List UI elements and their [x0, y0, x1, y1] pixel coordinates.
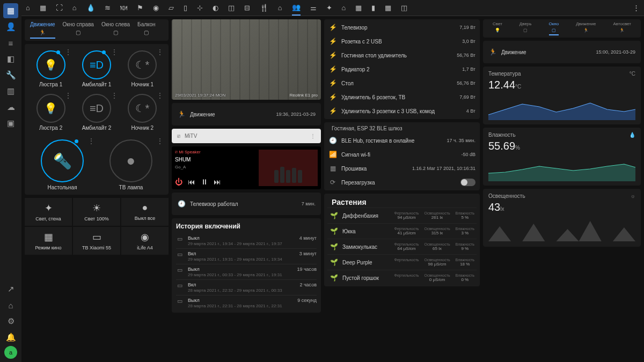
plant-row[interactable]: 🌱Пустой горшокФертильностьОсвещенность0 … — [327, 270, 477, 285]
light-ring[interactable]: 💡 — [36, 50, 65, 79]
light-ring[interactable]: ☾* — [128, 50, 157, 79]
tab-star-icon[interactable]: ✦ — [326, 4, 332, 12]
rail-dashboard-icon[interactable]: ▦ — [3, 3, 18, 18]
tab-cutlery-icon[interactable]: 🍴 — [260, 4, 268, 12]
rail-home-icon[interactable]: ⌂ — [3, 298, 18, 313]
history-row[interactable]: ▭Выкл28 марта 2021 г., 22:31 - 28 марта … — [176, 295, 317, 311]
light-ring[interactable]: 💡 — [36, 94, 65, 123]
scene-button[interactable]: ☀Свет 100% — [73, 198, 120, 226]
scene-button[interactable]: ◉iLife A4 — [121, 227, 169, 255]
light-button[interactable]: ⋮☾*Ночник 1 — [121, 48, 164, 90]
tab-panel-icon[interactable]: ◫ — [401, 4, 407, 12]
tab-radiator-icon[interactable]: ≋ — [105, 4, 111, 12]
light-button[interactable]: ⋮💡Люстра 1 — [29, 48, 72, 90]
power-row[interactable]: ⚡Удлинитель 6 розеток, ТВ7,69 Вт — [327, 90, 477, 104]
sensor-motion-row[interactable]: 🏃Движение15:00, 2021-03-29 — [483, 41, 641, 63]
power-row[interactable]: ⚡Розетка с 2 USB3,0 Вт — [327, 34, 477, 48]
light-button-large[interactable]: ⋮●ТВ лампа — [98, 137, 164, 193]
light-ring[interactable]: ☾* — [128, 94, 157, 123]
light-button-large[interactable]: ⋮🔦Настольная — [29, 137, 96, 193]
more-icon[interactable]: ⋮ — [65, 92, 71, 99]
tab-book-icon[interactable]: ▮ — [371, 4, 375, 12]
light-ring[interactable]: 🔦 — [41, 139, 84, 182]
rail-cloud-icon[interactable]: ☁ — [3, 100, 18, 115]
lux-card[interactable]: Освещенность☼ 43lx — [483, 189, 641, 247]
more-icon[interactable]: ⋮ — [310, 133, 316, 139]
history-row[interactable]: ▭Выкл29 марта 2021 г., 19:34 - 29 марта … — [176, 233, 317, 248]
history-row[interactable]: ▭Выкл29 марта 2021 г., 00:33 - 29 марта … — [176, 264, 317, 279]
camera-feed[interactable]: 29/03/2021 19:37:24 MON Reolink E1 pro — [172, 19, 321, 100]
light-button[interactable]: ⋮≡DАмбилайт 2 — [75, 92, 118, 133]
rail-box-icon[interactable]: ◧ — [3, 51, 18, 67]
light-tab[interactable]: Балкон▢ — [137, 21, 156, 39]
light-ring[interactable]: ● — [109, 139, 152, 182]
tab-sock-icon[interactable]: ◐ — [213, 4, 218, 12]
power-row[interactable]: ⚡Гостиная стол удлинитель56,76 Вт — [327, 48, 477, 62]
gateway-row[interactable]: 📶Сигнал wi-fi-50 dB — [327, 147, 477, 161]
tv-worked-row[interactable]: 🕘Телевизор работал7 мин. — [172, 193, 321, 215]
tab-calendar-icon[interactable]: ▦ — [40, 4, 46, 12]
tab-cart-icon[interactable]: ⊟ — [244, 4, 250, 12]
rail-users-icon[interactable]: 👤 — [3, 19, 18, 34]
overflow-menu-icon[interactable]: ⋮ — [633, 4, 640, 12]
scene-button[interactable]: ✦Свет, стена — [25, 198, 72, 226]
light-button[interactable]: ⋮💡Люстра 2 — [29, 92, 72, 133]
more-icon[interactable]: ⋮ — [111, 48, 118, 56]
mitv-card[interactable]: ⎚ MiTV ⋮ — [172, 129, 321, 143]
tab-flag-icon[interactable]: ⚑ — [137, 4, 143, 12]
tab-map-icon[interactable]: ⛶ — [56, 4, 63, 12]
plant-row[interactable]: 🌱Deep PurpleФертильностьОсвещенность98 μ… — [327, 254, 477, 270]
reboot-row[interactable]: ⟳Перезагрузка — [327, 175, 477, 189]
scene-button[interactable]: ▦Режим кино — [25, 227, 72, 255]
tab-house-icon[interactable]: ⌂ — [72, 4, 77, 12]
rail-settings-icon[interactable]: ⚙ — [3, 314, 18, 329]
rail-play-icon[interactable]: ▣ — [3, 116, 18, 131]
light-ring[interactable]: ≡D — [82, 50, 111, 79]
prev-icon[interactable]: ⏮ — [188, 178, 195, 186]
tab-cam-icon[interactable]: ◉ — [153, 4, 159, 12]
sensor-tab[interactable]: Дверь▢ — [519, 21, 532, 35]
temperature-card[interactable]: Температура°C 12.44°C — [483, 67, 641, 124]
sensor-tab[interactable]: Свет💡 — [493, 21, 502, 35]
light-button[interactable]: ⋮≡DАмбилайт 1 — [75, 48, 118, 90]
plant-row[interactable]: 🌱ДиффенбахияФертильность94 μS/cmОсвещенн… — [327, 208, 477, 223]
more-icon[interactable]: ⋮ — [65, 48, 71, 56]
light-button[interactable]: ⋮☾*Ночник 2 — [121, 92, 164, 133]
reboot-toggle[interactable] — [460, 179, 475, 186]
tab-building-icon[interactable]: ⌂ — [278, 4, 282, 12]
power-row[interactable]: ⚡Радиатор 21,7 Вт — [327, 62, 477, 76]
plant-row[interactable]: 🌱ЮккаФертильность41 μS/cmОсвещенность315… — [327, 223, 477, 239]
more-icon[interactable]: ⋮ — [88, 137, 94, 145]
sensor-tab[interactable]: Движение🏃 — [576, 21, 596, 35]
tab-slider-icon[interactable]: ⚌ — [310, 4, 317, 12]
pause-icon[interactable]: ⏸ — [201, 178, 208, 186]
more-icon[interactable]: ⋮ — [157, 48, 163, 56]
power-icon[interactable]: ⏻ — [175, 178, 182, 186]
sensor-tab[interactable]: Окно▢ — [549, 21, 559, 35]
gateway-row[interactable]: 🕘BLE Hub, гостиная в онлайне17 ч. 35 мин… — [327, 134, 477, 147]
more-icon[interactable]: ⋮ — [157, 92, 163, 99]
tab-door-icon[interactable]: ▯ — [184, 4, 187, 12]
rail-notifications-icon[interactable]: 🔔 — [3, 330, 18, 345]
rail-wrench-icon[interactable]: 🔧 — [3, 68, 18, 83]
user-avatar[interactable]: a — [4, 346, 17, 359]
rail-router-icon[interactable]: ▥ — [3, 84, 18, 99]
more-icon[interactable]: ⋮ — [111, 92, 118, 99]
tab-people-icon[interactable]: 👥 — [292, 3, 301, 16]
light-ring[interactable]: ≡D — [82, 94, 111, 123]
tab-cal2-icon[interactable]: ▦ — [355, 4, 362, 12]
light-tab[interactable]: Окно слева▢ — [101, 21, 130, 39]
motion-row[interactable]: 🏃Движение19:36, 2021-03-29 — [172, 103, 321, 125]
history-row[interactable]: ▭Вкл28 марта 2021 г., 22:32 - 29 марта 2… — [176, 279, 317, 295]
humidity-card[interactable]: Влажность💧 55.69% — [483, 128, 641, 186]
light-tab[interactable]: Движение🏃 — [30, 21, 55, 39]
plant-row[interactable]: 🌱ЗамиокулькасФертильность64 μS/cmОсвещен… — [327, 239, 477, 254]
power-row[interactable]: ⚡Стол56,76 Вт — [327, 76, 477, 90]
scene-button[interactable]: ●Выкл все — [121, 198, 169, 226]
tab-plug-icon[interactable]: ◫ — [228, 4, 235, 12]
tab-drop-icon[interactable]: 💧 — [86, 4, 95, 12]
tab-tablet-icon[interactable]: ▱ — [169, 4, 174, 12]
power-row[interactable]: ⚡Телевизор7,19 Вт — [327, 20, 477, 34]
tab-home-icon[interactable]: ⌂ — [26, 4, 30, 12]
power-row[interactable]: ⚡Удлинитель 3 розетки с 3 USB, комод4 Вт — [327, 104, 477, 118]
